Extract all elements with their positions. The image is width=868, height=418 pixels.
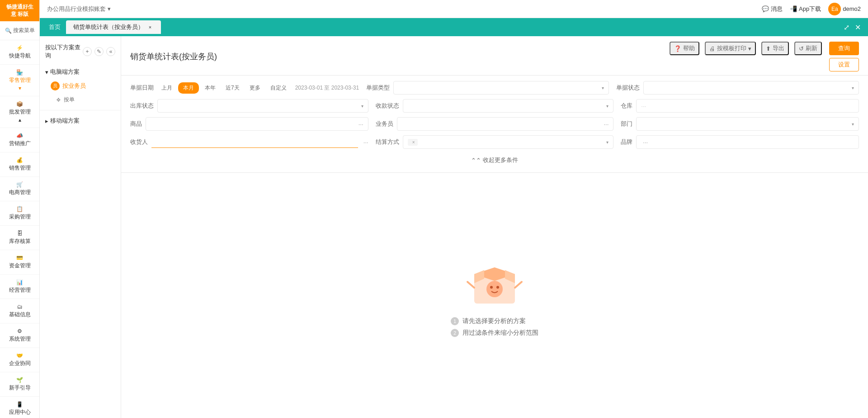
window-close-button[interactable]: ✕ [851,21,864,33]
scheme-item-salesperson[interactable]: 员 按业务员 [40,79,121,93]
sales-icon: 💰 [16,157,23,163]
brand-label: 品牌 [621,138,632,146]
department-select[interactable] [636,117,859,131]
topbar: 办公用品行业模拟账套 ▾ 💬 消息 📲 App下载 Ea demo2 [40,0,868,18]
system-label: 系统管理 [9,335,31,343]
retail-label: 零售管理 [9,76,31,84]
print-label: 按模板打印 [717,44,746,52]
step-1-num: 1 [451,317,459,325]
payment-status-select[interactable] [403,99,614,113]
filter-row-4: 收货人 ··· 结算方式 × [130,135,859,149]
main-content: 办公用品行业模拟账套 ▾ 💬 消息 📲 App下载 Ea demo2 首页 [40,0,868,418]
scheme-group-mobile-header[interactable]: ▸ 移动端方案 [40,114,121,128]
order-status-label: 单据状态 [616,84,640,92]
app-download-button[interactable]: 📲 App下载 [790,5,821,13]
order-status-select[interactable] [643,81,859,95]
sidebar-item-cooperation[interactable]: 🤝 企业协同 [0,348,39,372]
user-menu[interactable]: Ea demo2 [828,3,861,15]
query-button[interactable]: 查询 [829,42,859,55]
filter-row-1: 单据日期 上月 本月 本年 近7天 更多 自定义 2023-03-01 至 20… [130,81,859,95]
sidebar-item-finance[interactable]: 💳 资金管理 [0,250,39,275]
filter-order-type-item: 单据类型 [366,81,609,95]
search-menu-button[interactable]: 🔍 按以下方案查询 办公用品行业模拟账套 搜索菜单 [3,25,37,36]
order-type-select[interactable] [393,81,609,95]
help-button[interactable]: ❓ 帮助 [670,42,699,55]
collapse-label: 收起更多条件 [483,156,518,164]
settlement-tag: × [408,139,418,146]
date-btn-7days[interactable]: 近7天 [222,82,244,94]
date-range: 2023-03-01 至 2023-03-31 [295,84,359,92]
settlement-tag-close[interactable]: × [412,140,415,145]
step-2-text: 用过滤条件来缩小分析范围 [462,329,538,337]
salesperson-dots[interactable]: ··· [604,121,609,128]
brand-dots[interactable]: ··· [643,139,648,146]
warehouse-select[interactable]: ··· [636,99,859,113]
add-scheme-button[interactable]: + [83,47,92,56]
sidebar-item-wholesale[interactable]: 📦 批发管理 ▴ [0,96,39,128]
refresh-button[interactable]: ↺ 刷新 [794,42,822,55]
filter-payment-status-item: 收款状态 [376,99,614,113]
empty-step-2: 2 用过滤条件来缩小分析范围 [451,329,538,337]
sidebar-item-quick-nav[interactable]: ⚡ 快捷导航 [0,40,39,65]
settings-button[interactable]: 设置 [829,58,859,71]
sidebar-item-retail[interactable]: 🏪 零售管理 ▾ [0,65,39,96]
sidebar-item-app-center[interactable]: 📱 应用中心 [0,397,39,418]
export-button[interactable]: ⬆ 导出 [761,42,789,55]
goods-select[interactable]: ··· [146,117,368,131]
left-panel-header: 按以下方案查询 + ✎ « [40,40,121,63]
salesperson-select[interactable]: ··· [397,117,614,131]
receiver-input[interactable] [151,136,358,148]
retail-icon: 🏪 [16,69,23,76]
receiver-dots[interactable]: ··· [363,139,368,146]
finance-icon: 💳 [16,255,23,261]
print-button[interactable]: 🖨 按模板打印 ▾ [705,42,756,55]
tab-home[interactable]: 首页 [43,20,66,34]
sidebar-item-ecommerce[interactable]: 🛒 电商管理 [0,177,39,201]
app-title-text: 办公用品行业模拟账套 [47,5,106,13]
date-btn-more[interactable]: 更多 [245,82,264,94]
search-icon: 🔍 [5,28,12,34]
svg-line-8 [515,282,522,288]
date-btn-last-month[interactable]: 上月 [157,82,176,94]
scheme-sub-item-order[interactable]: ❖ 按单 [40,93,121,106]
chevron-down-icon: ▾ [45,69,48,76]
home-label: 首页 [49,24,61,30]
finance-label: 资金管理 [9,262,31,270]
date-btn-this-month[interactable]: 本月 [178,82,199,94]
filter-order-status-item: 单据状态 [616,81,859,95]
message-button[interactable]: 💬 消息 [762,5,783,13]
left-panel-header-label: 按以下方案查询 [45,43,83,60]
tab-active[interactable]: 销货单统计表（按业务员） × [66,20,161,34]
sidebar-item-system[interactable]: ⚙ 系统管理 [0,323,39,348]
collapse-panel-button[interactable]: « [106,47,115,56]
filter-warehouse-item: 仓库 ··· [621,99,859,113]
sidebar-item-purchase[interactable]: 📋 采购管理 [0,201,39,226]
order-type-label: 单据类型 [366,84,390,92]
newbie-label: 新手引导 [9,384,31,392]
app-title-dropdown-icon[interactable]: ▾ [108,5,111,12]
collapse-up-icon: ⌃⌃ [471,157,481,164]
department-arrow [852,122,854,127]
settlement-select[interactable]: × [403,135,614,149]
sidebar-item-basic-info[interactable]: 🗂 基础信息 [0,299,39,323]
help-label: 帮助 [683,44,695,52]
sidebar-item-newbie[interactable]: 🌱 新手引导 [0,372,39,397]
sidebar-item-operations[interactable]: 📊 经营管理 [0,275,39,299]
date-btn-this-year[interactable]: 本年 [201,82,220,94]
scheme-group-desktop-header[interactable]: ▾ 电脑端方案 [40,65,121,79]
page-content: 按以下方案查询 + ✎ « ▾ 电脑端方案 员 按业务员 ❖ 按单 [40,36,868,418]
sidebar-item-sales[interactable]: 💰 销售管理 [0,152,39,177]
tabbar-expand-button[interactable]: ⤢ [842,21,851,33]
edit-scheme-button[interactable]: ✎ [94,47,104,56]
collapse-button[interactable]: ⌃⌃ 收起更多条件 [130,153,859,167]
tab-close-icon[interactable]: × [146,24,154,31]
marketing-label: 营销推广 [9,140,31,147]
goods-dots[interactable]: ··· [359,121,363,128]
date-btn-custom[interactable]: 自定义 [266,82,291,94]
sidebar-search-section[interactable]: 🔍 按以下方案查询 办公用品行业模拟账套 搜索菜单 [0,21,39,40]
out-status-select[interactable] [157,99,368,113]
brand-select[interactable]: ··· [636,135,859,149]
sidebar-item-marketing[interactable]: 📣 营销推广 [0,128,39,152]
empty-svg [463,254,526,308]
sidebar-item-inventory[interactable]: 🗄 库存核算 [0,226,39,250]
